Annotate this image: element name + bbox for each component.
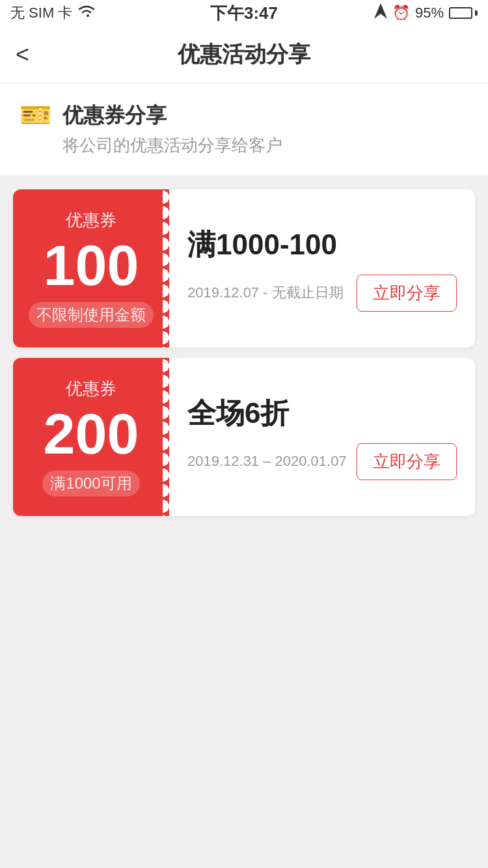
- coupon-bottom-row-0: 2019.12.07 - 无截止日期 立即分享: [187, 275, 457, 312]
- location-icon: [374, 3, 387, 23]
- coupon-left-1: 优惠券 200 满1000可用: [13, 358, 169, 516]
- coupon-share-icon: 🎫: [20, 102, 52, 128]
- share-button-0[interactable]: 立即分享: [357, 275, 457, 312]
- status-time: 下午3:47: [210, 2, 278, 25]
- page-title: 优惠活动分享: [178, 40, 310, 70]
- nav-bar: < 优惠活动分享: [0, 26, 488, 83]
- battery-icon: [449, 7, 478, 19]
- coupon-right-1: 全场6折 2019.12.31 – 2020.01.07 立即分享: [169, 358, 475, 516]
- coupon-amount-1: 200: [44, 405, 139, 463]
- coupon-right-0: 满1000-100 2019.12.07 - 无截止日期 立即分享: [169, 189, 475, 347]
- coupon-bottom-row-1: 2019.12.31 – 2020.01.07 立即分享: [187, 443, 457, 480]
- coupon-amount-0: 100: [44, 237, 139, 294]
- back-button[interactable]: <: [16, 41, 29, 68]
- coupon-card: 优惠券 100 不限制使用金额 满1000-100 2019.12.07 - 无…: [13, 189, 475, 347]
- status-bar: 无 SIM 卡 下午3:47 ⏰ 95%: [0, 0, 488, 26]
- share-button-1[interactable]: 立即分享: [357, 443, 457, 480]
- coupon-date-1: 2019.12.31 – 2020.01.07: [187, 453, 349, 470]
- status-left: 无 SIM 卡: [10, 3, 96, 23]
- coupon-list: 优惠券 100 不限制使用金额 满1000-100 2019.12.07 - 无…: [0, 176, 488, 529]
- carrier-text: 无 SIM 卡: [10, 3, 72, 23]
- coupon-condition-0: 不限制使用金额: [29, 302, 154, 328]
- section-subtitle: 将公司的优惠活动分享给客户: [62, 134, 282, 157]
- coupon-card: 优惠券 200 满1000可用 全场6折 2019.12.31 – 2020.0…: [13, 358, 475, 516]
- status-right: ⏰ 95%: [374, 3, 478, 23]
- section-header: 🎫 优惠券分享 将公司的优惠活动分享给客户: [0, 83, 488, 175]
- coupon-name-1: 全场6折: [187, 394, 457, 433]
- section-text-group: 优惠券分享 将公司的优惠活动分享给客户: [62, 102, 282, 157]
- coupon-label-1: 优惠券: [66, 377, 116, 400]
- coupon-date-0: 2019.12.07 - 无截止日期: [187, 283, 349, 303]
- coupon-name-0: 满1000-100: [187, 226, 457, 264]
- coupon-condition-1: 满1000可用: [42, 470, 139, 496]
- coupon-label-0: 优惠券: [66, 209, 116, 232]
- section-title: 优惠券分享: [62, 102, 282, 130]
- battery-percent: 95%: [415, 5, 444, 21]
- coupon-left-0: 优惠券 100 不限制使用金额: [13, 189, 169, 347]
- wifi-icon: [77, 4, 96, 22]
- alarm-icon: ⏰: [392, 5, 410, 21]
